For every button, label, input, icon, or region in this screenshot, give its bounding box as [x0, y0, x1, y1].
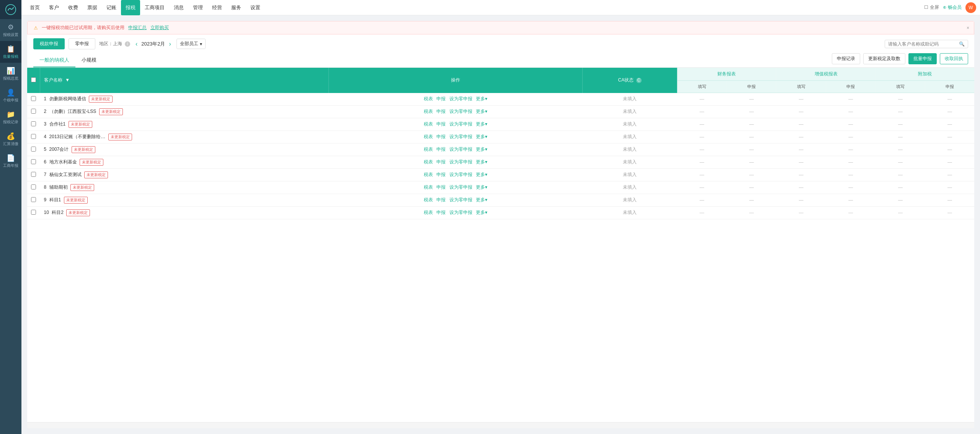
op-zero-3[interactable]: 设为零申报: [449, 134, 472, 139]
sidebar-item-tax-overview[interactable]: 📊 报税总览: [0, 63, 21, 85]
nav-operation[interactable]: 经营: [207, 0, 227, 15]
op-declare-9[interactable]: 申报: [436, 210, 446, 215]
op-more-4[interactable]: 更多▾: [476, 147, 487, 152]
row-checkbox-7[interactable]: [31, 184, 36, 189]
prev-month-btn[interactable]: ‹: [134, 41, 139, 47]
banner-link-buy[interactable]: 立即购买: [150, 24, 169, 31]
declare-record-btn[interactable]: 申报记录: [832, 53, 860, 64]
nav-bill[interactable]: 票据: [83, 0, 102, 15]
sidebar-item-batch-tax[interactable]: 📋 批量报税: [0, 41, 21, 63]
row-checkbox-4[interactable]: [31, 147, 36, 152]
op-declare-3[interactable]: 申报: [436, 134, 446, 139]
batch-declare-btn[interactable]: 批量申报: [908, 53, 937, 64]
region-info-icon[interactable]: i: [125, 41, 130, 47]
nav-business[interactable]: 工商项目: [140, 0, 169, 15]
row-checkbox-2[interactable]: [31, 121, 36, 126]
ca-info-icon[interactable]: C: [636, 78, 642, 83]
op-declare-2[interactable]: 申报: [436, 121, 446, 127]
op-zero-7[interactable]: 设为零申报: [449, 184, 472, 190]
op-declare-1[interactable]: 申报: [436, 109, 446, 114]
op-more-6[interactable]: 更多▾: [476, 172, 487, 177]
tab-tax-declare[interactable]: 税款申报: [33, 38, 65, 49]
op-more-1[interactable]: 更多▾: [476, 109, 487, 114]
tax-settings-icon: ⚙: [8, 23, 14, 31]
row-checkbox-6[interactable]: [31, 172, 36, 177]
op-zero-4[interactable]: 设为零申报: [449, 147, 472, 152]
nav-fee[interactable]: 收费: [64, 0, 83, 15]
search-icon[interactable]: 🔍: [959, 41, 965, 47]
row-checkbox-5[interactable]: [31, 159, 36, 164]
nav-customer[interactable]: 客户: [44, 0, 64, 15]
op-more-5[interactable]: 更多▾: [476, 159, 487, 165]
nav-bookkeeping[interactable]: 记账: [102, 0, 121, 15]
sidebar-item-personal-tax[interactable]: 👤 个税申报: [0, 85, 21, 106]
op-zero-1[interactable]: 设为零申报: [449, 109, 472, 114]
op-zero-5[interactable]: 设为零申报: [449, 159, 472, 165]
op-more-8[interactable]: 更多▾: [476, 197, 487, 202]
op-more-7[interactable]: 更多▾: [476, 184, 487, 190]
op-zero-8[interactable]: 设为零申报: [449, 197, 472, 202]
op-more-9[interactable]: 更多▾: [476, 210, 487, 215]
row-checkbox-9[interactable]: [31, 210, 36, 215]
logo[interactable]: [0, 0, 21, 19]
op-declare-5[interactable]: 申报: [436, 159, 446, 165]
op-zero-6[interactable]: 设为零申报: [449, 172, 472, 177]
row-name-0: 1 勿删新税网络通信 未更新税定: [40, 93, 329, 106]
nav-manage[interactable]: 管理: [188, 0, 207, 15]
op-zero-2[interactable]: 设为零申报: [449, 121, 472, 127]
content: ⚠ 一键报税功能已过试用期，请购买后使用 申报汇总 立即购买 × 税款申报 零申…: [21, 15, 980, 434]
sidebar-item-tax-record[interactable]: 📁 报税记录: [0, 106, 21, 128]
op-declare-0[interactable]: 申报: [436, 96, 446, 101]
nav-service[interactable]: 服务: [227, 0, 246, 15]
op-declare-7[interactable]: 申报: [436, 184, 446, 190]
banner-link-summary[interactable]: 申报汇总: [128, 24, 147, 31]
sort-icon[interactable]: ▼: [65, 77, 70, 83]
nav-message[interactable]: 消息: [169, 0, 188, 15]
tab-zero-declare[interactable]: 零申报: [69, 38, 95, 49]
op-taxform-2[interactable]: 税表: [424, 121, 433, 127]
op-taxform-8[interactable]: 税表: [424, 197, 433, 202]
update-tax-btn[interactable]: 更新税定及取数: [863, 53, 905, 64]
sidebar-item-annual-settle[interactable]: 💰 汇算清缴: [0, 128, 21, 150]
row-cell-0-4: —: [875, 93, 925, 106]
row-checkbox-3[interactable]: [31, 134, 36, 139]
op-declare-4[interactable]: 申报: [436, 147, 446, 152]
row-cell-1-4: —: [875, 105, 925, 118]
row-checkbox-0[interactable]: [31, 96, 36, 101]
collect-receipt-btn[interactable]: 收取回执: [940, 53, 968, 64]
nav-home[interactable]: 首页: [25, 0, 44, 15]
sidebar-item-annual-report[interactable]: 📄 工商年报: [0, 150, 21, 172]
row-checkbox-8[interactable]: [31, 197, 36, 202]
subtab-small[interactable]: 小规模: [75, 54, 103, 67]
op-declare-6[interactable]: 申报: [436, 172, 446, 177]
select-all-checkbox[interactable]: [31, 77, 36, 82]
staff-select[interactable]: 全部员工 ▾: [176, 39, 206, 49]
member-btn[interactable]: ⊕ 畅会员: [943, 4, 962, 11]
op-taxform-3[interactable]: 税表: [424, 134, 433, 139]
op-taxform-0[interactable]: 税表: [424, 96, 433, 101]
op-declare-8[interactable]: 申报: [436, 197, 446, 202]
subtab-general[interactable]: 一般的纳税人: [33, 54, 75, 67]
op-more-0[interactable]: 更多▾: [476, 96, 487, 101]
fullscreen-btn[interactable]: ☐ 全屏: [924, 4, 939, 11]
op-taxform-5[interactable]: 税表: [424, 159, 433, 165]
next-month-btn[interactable]: ›: [167, 41, 172, 47]
op-taxform-9[interactable]: 税表: [424, 210, 433, 215]
avatar[interactable]: W: [965, 2, 976, 13]
horizontal-scrollbar[interactable]: [27, 422, 974, 428]
op-more-2[interactable]: 更多▾: [476, 121, 487, 127]
nav-tax[interactable]: 报税: [121, 0, 140, 15]
row-checkbox-1[interactable]: [31, 109, 36, 114]
op-taxform-6[interactable]: 税表: [424, 172, 433, 177]
op-taxform-1[interactable]: 税表: [424, 109, 433, 114]
row-cell-1-5: —: [925, 105, 974, 118]
banner-close[interactable]: ×: [967, 25, 969, 31]
op-more-3[interactable]: 更多▾: [476, 134, 487, 139]
op-taxform-7[interactable]: 税表: [424, 184, 433, 190]
op-zero-0[interactable]: 设为零申报: [449, 96, 472, 101]
sidebar-item-tax-settings[interactable]: ⚙ 报税设置: [0, 19, 21, 41]
search-input[interactable]: [888, 41, 957, 47]
op-zero-9[interactable]: 设为零申报: [449, 210, 472, 215]
op-taxform-4[interactable]: 税表: [424, 147, 433, 152]
nav-settings[interactable]: 设置: [246, 0, 265, 15]
